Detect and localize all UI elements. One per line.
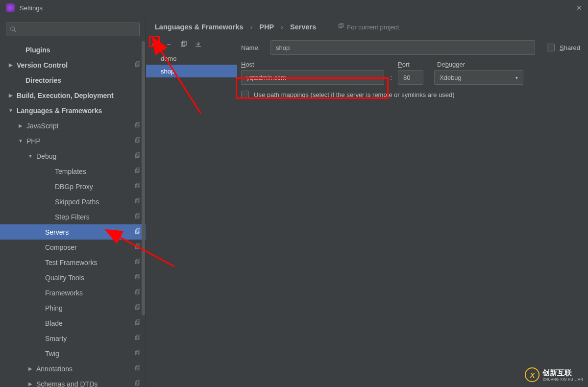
svg-rect-19 bbox=[137, 228, 140, 232]
chevron-down-icon: ▼ bbox=[8, 108, 14, 113]
chevron-right-icon: › bbox=[250, 23, 253, 31]
sidebar-item[interactable]: ▶Version Control bbox=[0, 57, 146, 73]
server-list: demoshop bbox=[146, 52, 237, 387]
import-button[interactable] bbox=[194, 40, 202, 48]
sidebar-item[interactable]: Templates bbox=[0, 164, 146, 179]
sidebar-item[interactable]: ▼PHP bbox=[0, 133, 146, 148]
svg-rect-33 bbox=[137, 335, 140, 338]
svg-rect-14 bbox=[135, 199, 139, 203]
svg-rect-35 bbox=[137, 350, 140, 353]
crumb-c: Servers bbox=[290, 23, 316, 31]
copy-icon bbox=[134, 122, 141, 130]
svg-rect-24 bbox=[135, 275, 139, 279]
sidebar-item[interactable]: ▶Annotations bbox=[0, 361, 146, 376]
sidebar-item[interactable]: Smarty bbox=[0, 331, 146, 346]
chevron-down-icon: ▼ bbox=[18, 138, 24, 144]
path-mappings-checkbox[interactable] bbox=[241, 91, 249, 98]
copy-icon bbox=[134, 274, 141, 282]
copy-icon bbox=[134, 335, 141, 342]
sidebar-item[interactable]: Phing bbox=[0, 300, 146, 315]
sidebar-item[interactable]: Directories bbox=[0, 73, 146, 88]
svg-rect-31 bbox=[137, 319, 140, 323]
search-input[interactable] bbox=[6, 23, 140, 36]
sidebar-item-label: Schemas and DTDs bbox=[36, 380, 98, 387]
sidebar-item[interactable]: ▶JavaScript bbox=[0, 118, 146, 133]
server-list-item[interactable]: demo bbox=[146, 52, 237, 65]
chevron-right-icon: › bbox=[281, 23, 283, 31]
svg-rect-17 bbox=[137, 213, 140, 217]
copy-icon bbox=[134, 213, 141, 221]
sidebar-item[interactable]: ▶Build, Execution, Deployment bbox=[0, 88, 146, 103]
svg-rect-22 bbox=[135, 260, 139, 264]
svg-rect-27 bbox=[137, 289, 140, 292]
sidebar-item-label: Quality Tools bbox=[45, 274, 84, 282]
chevron-down-icon: ▼ bbox=[27, 153, 33, 159]
sidebar-item[interactable]: ▼Debug bbox=[0, 148, 146, 164]
sidebar-item-label: Step Filters bbox=[55, 213, 90, 221]
svg-rect-4 bbox=[135, 123, 139, 127]
svg-rect-15 bbox=[137, 198, 140, 201]
svg-rect-18 bbox=[135, 230, 139, 233]
sidebar-item[interactable]: Step Filters bbox=[0, 209, 146, 224]
sidebar-item[interactable]: Skipped Paths bbox=[0, 194, 146, 209]
name-field[interactable] bbox=[270, 40, 535, 55]
svg-rect-2 bbox=[135, 63, 139, 66]
sidebar-item-label: PHP bbox=[26, 137, 41, 145]
host-label: Host bbox=[241, 61, 398, 68]
copy-icon bbox=[134, 61, 141, 69]
crumb-b[interactable]: PHP bbox=[259, 23, 274, 31]
add-button[interactable]: ＋ bbox=[150, 40, 158, 48]
close-icon[interactable]: ✕ bbox=[576, 4, 582, 12]
copy-icon bbox=[134, 319, 141, 327]
copy-button[interactable] bbox=[179, 40, 187, 48]
sidebar-item-label: JavaScript bbox=[26, 122, 58, 130]
sidebar-item[interactable]: Frameworks bbox=[0, 285, 146, 300]
copy-icon bbox=[134, 380, 141, 387]
copy-icon bbox=[134, 350, 141, 358]
sidebar-item[interactable]: ▼Languages & Frameworks bbox=[0, 103, 146, 118]
sidebar-item-label: Version Control bbox=[17, 61, 68, 69]
remove-button[interactable]: － bbox=[165, 40, 172, 48]
host-field[interactable] bbox=[241, 70, 384, 85]
debugger-select[interactable]: Xdebug ▾ bbox=[434, 70, 523, 85]
name-label: Name: bbox=[241, 44, 266, 51]
sidebar-item-label: Build, Execution, Deployment bbox=[17, 92, 114, 99]
svg-rect-5 bbox=[137, 122, 140, 125]
watermark: X 创新互联 CHUANG XIN HU LIAN bbox=[525, 367, 583, 382]
svg-rect-37 bbox=[137, 365, 140, 368]
sidebar-item[interactable]: Test Frameworks bbox=[0, 255, 146, 270]
sidebar-item[interactable]: Blade bbox=[0, 315, 146, 331]
server-list-item[interactable]: shop bbox=[146, 65, 237, 77]
crumb-a[interactable]: Languages & Frameworks bbox=[155, 23, 244, 31]
sidebar-item[interactable]: Plugins bbox=[0, 42, 146, 57]
sidebar-item-label: Languages & Frameworks bbox=[17, 107, 102, 115]
sidebar-item-label: Plugins bbox=[25, 46, 50, 54]
svg-rect-39 bbox=[137, 380, 140, 384]
sidebar-item[interactable]: ▶Schemas and DTDs bbox=[0, 376, 146, 387]
sidebar-item[interactable]: Composer bbox=[0, 240, 146, 255]
scrollbar-thumb[interactable] bbox=[142, 41, 145, 315]
sidebar-item[interactable]: Quality Tools bbox=[0, 270, 146, 285]
sidebar-item-label: Annotations bbox=[36, 365, 73, 373]
debugger-label: Debugger bbox=[437, 61, 465, 68]
sidebar-item[interactable]: DBGp Proxy bbox=[0, 179, 146, 194]
copy-icon bbox=[134, 183, 141, 191]
sidebar-item-label: Twig bbox=[45, 350, 59, 358]
chevron-down-icon: ▾ bbox=[515, 75, 518, 80]
copy-icon bbox=[134, 243, 141, 251]
for-current-project-hint: For current project bbox=[338, 23, 399, 31]
svg-rect-41 bbox=[340, 24, 343, 27]
settings-sidebar: Plugins▶Version ControlDirectories▶Build… bbox=[0, 16, 146, 387]
colon-label: : bbox=[384, 74, 398, 81]
sidebar-item-label: Directories bbox=[25, 76, 61, 84]
sidebar-item-label: Smarty bbox=[45, 335, 67, 342]
sidebar-item[interactable]: Twig bbox=[0, 346, 146, 361]
copy-icon bbox=[134, 304, 141, 312]
shared-checkbox[interactable] bbox=[547, 44, 555, 51]
svg-rect-29 bbox=[137, 304, 140, 308]
sidebar-item[interactable]: Servers bbox=[0, 224, 146, 240]
sidebar-item-label: Test Frameworks bbox=[45, 259, 98, 266]
copy-icon bbox=[338, 23, 344, 31]
sidebar-item-label: DBGp Proxy bbox=[55, 183, 93, 191]
port-field[interactable] bbox=[398, 70, 423, 85]
